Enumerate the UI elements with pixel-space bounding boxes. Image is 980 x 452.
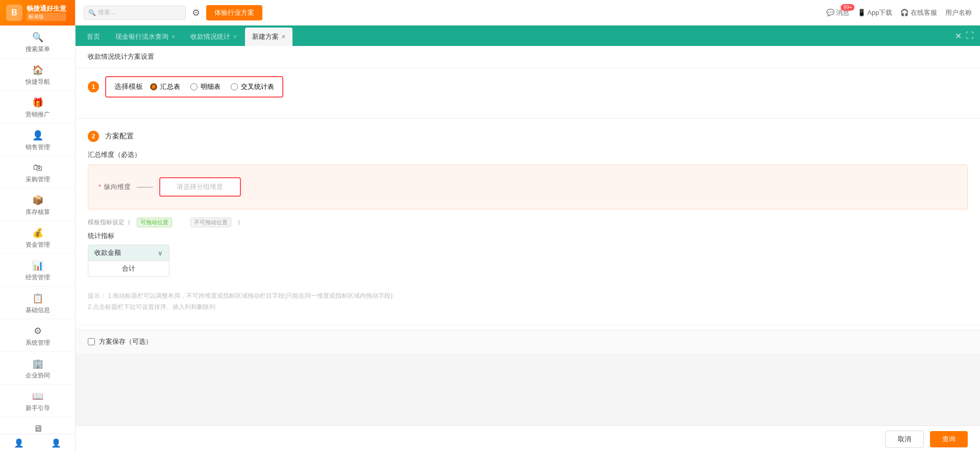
guide-icon: 📖: [32, 391, 43, 402]
dimension-row: * 纵向维度 —— 请选择分组维度: [99, 177, 957, 197]
step2-badge: 2: [88, 131, 99, 142]
system-icon: ⚙: [34, 325, 42, 337]
tab-bank-flow-close[interactable]: ×: [172, 34, 175, 40]
column-dropdown-icon[interactable]: ∨: [158, 249, 163, 257]
radio-cross[interactable]: 交叉统计表: [231, 82, 274, 91]
tab-bank-flow[interactable]: 现金银行流水查询 ×: [108, 28, 182, 46]
radio-detail-input[interactable]: [190, 83, 198, 90]
download-item[interactable]: 📱 App下载: [857, 8, 892, 17]
tab-bank-flow-label: 现金银行流水查询: [115, 32, 168, 41]
sidebar-item-label: 基础信息: [26, 306, 50, 315]
metrics-header: 模板指标设定（ 可拖动位置 不可拖动位置 ）: [88, 218, 968, 227]
page-content: 收款情况统计方案设置 1 选择模板 汇总表: [76, 46, 980, 353]
radio-summary-input[interactable]: [150, 83, 157, 90]
tab-fullscreen-icon[interactable]: ⛶: [966, 31, 974, 40]
sidebar-item-search-menu[interactable]: 🔍 搜索菜单: [0, 26, 75, 58]
sidebar-item-marketing[interactable]: 🎁 营销推广: [0, 91, 75, 124]
sales-icon: 👤: [32, 130, 43, 141]
sidebar-item-label: 营销推广: [26, 110, 50, 119]
sidebar-item-sales[interactable]: 👤 销售管理: [0, 124, 75, 156]
metrics-separator: [178, 218, 184, 227]
logo-text: 畅捷通好生意: [27, 5, 66, 13]
sidebar-item-label: 新手引导: [26, 404, 50, 413]
sidebar-item-purchase[interactable]: 🛍 采购管理: [0, 156, 75, 188]
cancel-button[interactable]: 取消: [885, 431, 924, 448]
sidebar-footer-item-1[interactable]: 👤: [14, 438, 24, 448]
save-label: 方案保存（可选）: [99, 337, 152, 346]
hint-line-1: 提示： 1.拖动标题栏可以调整布局，不可跨维度或指标区域拖动栏目字段(只能在同一…: [88, 291, 968, 302]
tab-home-label: 首页: [87, 32, 100, 41]
tab-new-plan-close[interactable]: ×: [282, 34, 285, 40]
tab-receipt-stat[interactable]: 收款情况统计 ×: [183, 28, 244, 46]
notification-item[interactable]: 💬 99+ 消息: [826, 8, 850, 17]
stats-column-header: 收款金额: [94, 248, 121, 257]
search-placeholder: 搜索...: [98, 8, 115, 17]
step2-label: 方案配置: [105, 132, 134, 141]
sidebar-footer-item-2[interactable]: 👤: [51, 438, 61, 448]
stats-table: 收款金额 ∨ 合计: [88, 245, 169, 277]
inventory-icon: 📦: [32, 195, 43, 206]
metrics-close-bracket: ）: [237, 218, 243, 227]
save-checkbox[interactable]: [88, 338, 95, 345]
purchase-icon: 🛍: [33, 162, 42, 173]
username-label: 用户名称: [945, 9, 972, 16]
radio-group-template: 汇总表 明细表 交叉统计表: [150, 82, 274, 91]
tab-home[interactable]: 首页: [80, 28, 107, 46]
hardware-icon: 🖥: [33, 423, 42, 434]
metrics-title-text: 模板指标设定（: [88, 218, 131, 227]
sidebar-item-finance[interactable]: 💰 资金管理: [0, 221, 75, 254]
settings-button[interactable]: ⚙: [192, 7, 200, 18]
sidebar-item-quick-nav[interactable]: 🏠 快捷导航: [0, 58, 75, 91]
radio-detail[interactable]: 明细表: [190, 82, 220, 91]
sidebar-item-label: 经营管理: [26, 273, 50, 282]
user-avatar-icon-2: 👤: [51, 438, 61, 448]
logo-badge: 标准版: [27, 13, 66, 21]
footer-bar: 取消 查询: [76, 425, 980, 452]
sidebar-item-guide[interactable]: 📖 新手引导: [0, 385, 75, 417]
radio-summary-label: 汇总表: [160, 82, 180, 91]
tab-receipt-stat-label: 收款情况统计: [190, 32, 230, 41]
sidebar-item-system[interactable]: ⚙ 系统管理: [0, 319, 75, 352]
dimension-placeholder[interactable]: 请选择分组维度: [159, 177, 241, 197]
search-icon: 🔍: [88, 9, 96, 16]
sidebar-nav: 🔍 搜索菜单 🏠 快捷导航 🎁 营销推广 👤 销售管理 🛍 采购管理 📦: [0, 26, 75, 434]
unmovable-badge: 不可拖动位置: [190, 218, 231, 227]
tab-receipt-stat-close[interactable]: ×: [233, 34, 237, 40]
sidebar-item-hardware[interactable]: 🖥 智能硬件: [0, 417, 75, 434]
template-select-area: 选择模板 汇总表 明细表: [105, 76, 283, 98]
step2-section: 2 方案配置 汇总维度（必选） * 纵向维度: [76, 123, 980, 321]
movable-badge: 可拖动位置: [137, 218, 172, 227]
tab-bar-right: ✕ ⛶: [955, 26, 976, 46]
sidebar-item-label: 库存核算: [26, 208, 50, 217]
arrow-icon: ——: [137, 182, 153, 192]
search-box[interactable]: 🔍 搜索...: [84, 6, 186, 20]
search-menu-icon: 🔍: [32, 32, 43, 43]
sidebar: B 畅捷通好生意 标准版 🔍 搜索菜单 🏠 快捷导航 🎁 营销推广 👤 销售管理: [0, 0, 76, 452]
sidebar-item-inventory[interactable]: 📦 库存核算: [0, 188, 75, 221]
page-title: 收款情况统计方案设置: [88, 53, 154, 60]
tab-new-plan-label: 新建方案: [252, 32, 279, 41]
user-info[interactable]: 用户名称: [945, 8, 972, 17]
step1-section: 1 选择模板 汇总表 明细: [76, 68, 980, 114]
query-button[interactable]: 查询: [930, 431, 968, 447]
hint-line-2: 2.点击标题栏下拉可设置排序、插入列和删除列: [88, 302, 968, 313]
top-right-items: 💬 99+ 消息 📱 App下载 🎧 在线客服 用户名称: [826, 8, 972, 17]
sidebar-item-operations[interactable]: 📊 经营管理: [0, 254, 75, 287]
radio-cross-label: 交叉统计表: [241, 82, 274, 91]
sidebar-item-base-info[interactable]: 📋 基础信息: [0, 287, 75, 319]
tab-close-all-icon[interactable]: ✕: [955, 31, 962, 41]
service-item[interactable]: 🎧 在线客服: [900, 8, 937, 17]
dimension-area: * 纵向维度 —— 请选择分组维度: [88, 164, 968, 209]
hint-area: 提示： 1.拖动标题栏可以调整布局，不可跨维度或指标区域拖动栏目字段(只能在同一…: [88, 291, 968, 313]
top-bar-actions: 💬 99+ 消息 📱 App下载 🎧 在线客服 用户名称: [826, 8, 972, 17]
radio-summary[interactable]: 汇总表: [150, 82, 180, 91]
sidebar-item-label: 采购管理: [26, 175, 50, 184]
sidebar-item-label: 企业协同: [26, 371, 50, 380]
stats-table-header[interactable]: 收款金额 ∨: [88, 245, 169, 261]
tab-new-plan[interactable]: 新建方案 ×: [245, 28, 292, 46]
radio-cross-input[interactable]: [231, 83, 238, 90]
industry-plan-button[interactable]: 体验行业方案: [206, 5, 262, 20]
step1-label: 选择模板: [114, 82, 143, 91]
sidebar-item-corp[interactable]: 🏢 企业协同: [0, 352, 75, 385]
content-area: 收款情况统计方案设置 1 选择模板 汇总表: [76, 46, 980, 425]
